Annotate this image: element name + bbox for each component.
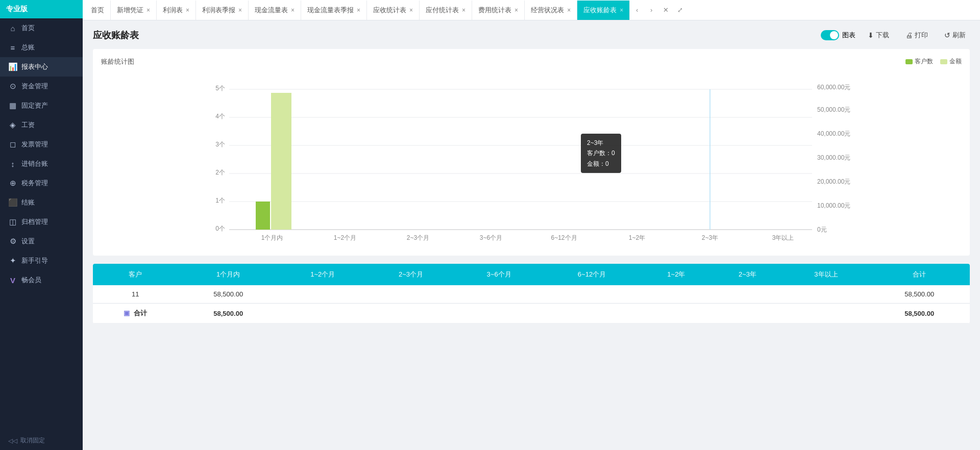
svg-text:1~2年: 1~2年 bbox=[629, 234, 645, 241]
tab-ap-stat[interactable]: 应付统计表 × bbox=[420, 1, 472, 20]
bar-customer-0 bbox=[256, 202, 270, 230]
tab-bar: 首页 新增凭证 × 利润表 × 利润表季报 × 现金流量表 × 现金流量表季报 … bbox=[83, 0, 980, 20]
chart-container: 账龄统计图 客户数 金额 0个 1个 2个 3个 4个 bbox=[93, 49, 970, 256]
bar-amount-0 bbox=[271, 93, 291, 230]
total-label: ▣ 合计 bbox=[93, 304, 178, 323]
content-area: 应收账龄表 图表 ⬇ 下载 🖨 打印 ↺ 刷新 bbox=[83, 20, 980, 450]
svg-text:1个: 1个 bbox=[215, 197, 225, 204]
refresh-icon: ↺ bbox=[944, 31, 950, 39]
col-header-total: 合计 bbox=[869, 264, 970, 285]
toggle-track[interactable] bbox=[821, 30, 839, 40]
col-header-m4: 3~6个月 bbox=[455, 264, 543, 285]
cell-m4 bbox=[455, 285, 543, 304]
invoice-icon: ◻ bbox=[8, 140, 17, 149]
sidebar-item-label: 畅会员 bbox=[21, 276, 41, 285]
tab-profit[interactable]: 利润表 × bbox=[157, 1, 196, 20]
download-btn[interactable]: ⬇ 下载 bbox=[864, 29, 893, 42]
tab-ar-aging[interactable]: 应收账龄表 × bbox=[577, 1, 630, 20]
total-m7 bbox=[712, 304, 783, 323]
table-total-row: ▣ 合计 58,500.00 58,500.00 bbox=[93, 304, 970, 323]
sidebar-item-member[interactable]: V 畅会员 bbox=[0, 270, 83, 290]
sidebar-item-label: 结账 bbox=[21, 198, 35, 207]
col-header-m5: 6~12个月 bbox=[543, 264, 641, 285]
chart-toggle-label: 图表 bbox=[842, 31, 855, 40]
sidebar-bottom-label: 取消固定 bbox=[20, 436, 45, 445]
asset-icon: ▦ bbox=[8, 101, 17, 110]
svg-text:3个: 3个 bbox=[215, 141, 225, 148]
svg-text:3年以上: 3年以上 bbox=[772, 234, 794, 241]
sidebar-item-label: 新手引导 bbox=[21, 256, 48, 265]
sidebar-item-label: 税务管理 bbox=[21, 179, 48, 188]
tab-close-profit-quarter[interactable]: × bbox=[238, 7, 242, 14]
archive-icon: ◫ bbox=[8, 217, 17, 227]
sidebar: 专业版 ⌂ 首页 ≡ 总账 📊 报表中心 ⊙ 资金管理 ▦ 固定资产 ◈ 工资 … bbox=[0, 0, 83, 450]
tab-maximize-btn[interactable]: ⤢ bbox=[673, 1, 687, 20]
sidebar-item-home[interactable]: ⌂ 首页 bbox=[0, 18, 83, 38]
sidebar-item-label: 固定资产 bbox=[21, 101, 48, 110]
svg-text:10,000.00元: 10,000.00元 bbox=[817, 202, 850, 209]
tab-close-expense-stat[interactable]: × bbox=[514, 7, 518, 14]
tab-close-new-voucher[interactable]: × bbox=[146, 7, 150, 14]
tab-close-cashflow[interactable]: × bbox=[291, 7, 295, 14]
sidebar-item-ledger[interactable]: ≡ 总账 bbox=[0, 38, 83, 57]
tab-expense-stat[interactable]: 费用统计表 × bbox=[472, 1, 525, 20]
tab-close-biz-status[interactable]: × bbox=[567, 7, 571, 14]
sidebar-item-tax[interactable]: ⊕ 税务管理 bbox=[0, 173, 83, 193]
tab-biz-status[interactable]: 经营状况表 × bbox=[525, 1, 577, 20]
tab-close-all-btn[interactable]: ✕ bbox=[658, 1, 673, 20]
tab-new-voucher[interactable]: 新增凭证 × bbox=[111, 1, 157, 20]
chart-svg: 0个 1个 2个 3个 4个 5个 bbox=[101, 72, 962, 246]
print-btn[interactable]: 🖨 打印 bbox=[901, 29, 932, 42]
sidebar-item-label: 报表中心 bbox=[21, 62, 48, 71]
total-m5 bbox=[543, 304, 641, 323]
sidebar-item-archive[interactable]: ◫ 归档管理 bbox=[0, 212, 83, 232]
sidebar-item-asset[interactable]: ▦ 固定资产 bbox=[0, 96, 83, 115]
sidebar-item-close[interactable]: ⬛ 结账 bbox=[0, 193, 83, 212]
tab-prev-btn[interactable]: ‹ bbox=[630, 1, 644, 20]
sidebar-item-invoice[interactable]: ◻ 发票管理 bbox=[0, 135, 83, 154]
tab-close-ar-aging[interactable]: × bbox=[620, 7, 623, 14]
chart-toggle[interactable]: 图表 bbox=[821, 30, 855, 40]
sidebar-item-salary[interactable]: ◈ 工资 bbox=[0, 115, 83, 135]
tab-close-ap-stat[interactable]: × bbox=[462, 7, 465, 14]
toggle-thumb bbox=[830, 31, 838, 39]
sidebar-item-fund[interactable]: ⊙ 资金管理 bbox=[0, 77, 83, 96]
tab-close-ar-stat[interactable]: × bbox=[409, 7, 413, 14]
sidebar-item-report[interactable]: 📊 报表中心 bbox=[0, 57, 83, 77]
close-acct-icon: ⬛ bbox=[8, 198, 17, 207]
ledger-icon: ≡ bbox=[8, 43, 17, 52]
tab-next-btn[interactable]: › bbox=[644, 1, 658, 20]
col-header-m3: 2~3个月 bbox=[367, 264, 455, 285]
sidebar-item-label: 归档管理 bbox=[21, 217, 48, 227]
legend-customer: 客户数 bbox=[905, 57, 933, 66]
table-header-row: 客户 1个月内 1~2个月 2~3个月 3~6个月 6~12个月 1~2年 2~… bbox=[93, 264, 970, 285]
legend-amount-color bbox=[940, 59, 947, 64]
svg-text:1~2个月: 1~2个月 bbox=[334, 234, 356, 241]
sidebar-item-label: 发票管理 bbox=[21, 140, 48, 149]
tab-ar-stat[interactable]: 应收统计表 × bbox=[367, 1, 420, 20]
tab-cashflow-quarter[interactable]: 现金流量表季报 × bbox=[301, 1, 367, 20]
svg-text:2个: 2个 bbox=[215, 169, 225, 176]
sidebar-item-label: 设置 bbox=[21, 237, 35, 246]
tab-cashflow[interactable]: 现金流量表 × bbox=[249, 1, 301, 20]
svg-text:50,000.00元: 50,000.00元 bbox=[817, 106, 850, 113]
tab-home[interactable]: 首页 bbox=[85, 1, 111, 20]
table-row: 11 58,500.00 58,500.00 bbox=[93, 285, 970, 304]
tab-profit-quarter[interactable]: 利润表季报 × bbox=[196, 1, 249, 20]
sidebar-pin-toggle[interactable]: ◁◁ 取消固定 bbox=[0, 431, 83, 450]
tab-close-cashflow-quarter[interactable]: × bbox=[357, 7, 360, 14]
total-m4 bbox=[455, 304, 543, 323]
page-title: 应收账龄表 bbox=[93, 29, 139, 41]
col-header-m1: 1个月内 bbox=[178, 264, 278, 285]
cell-m8 bbox=[783, 285, 869, 304]
sidebar-item-trade[interactable]: ↕ 进销台账 bbox=[0, 154, 83, 173]
sidebar-item-guide[interactable]: ✦ 新手引导 bbox=[0, 251, 83, 270]
svg-text:0个: 0个 bbox=[215, 225, 225, 232]
tab-close-profit[interactable]: × bbox=[186, 7, 189, 14]
total-m3 bbox=[367, 304, 455, 323]
refresh-btn[interactable]: ↺ 刷新 bbox=[940, 29, 970, 42]
svg-text:2~3个月: 2~3个月 bbox=[407, 234, 429, 241]
sidebar-item-settings[interactable]: ⚙ 设置 bbox=[0, 232, 83, 251]
legend-customer-color bbox=[905, 59, 913, 64]
svg-text:4个: 4个 bbox=[215, 113, 225, 120]
